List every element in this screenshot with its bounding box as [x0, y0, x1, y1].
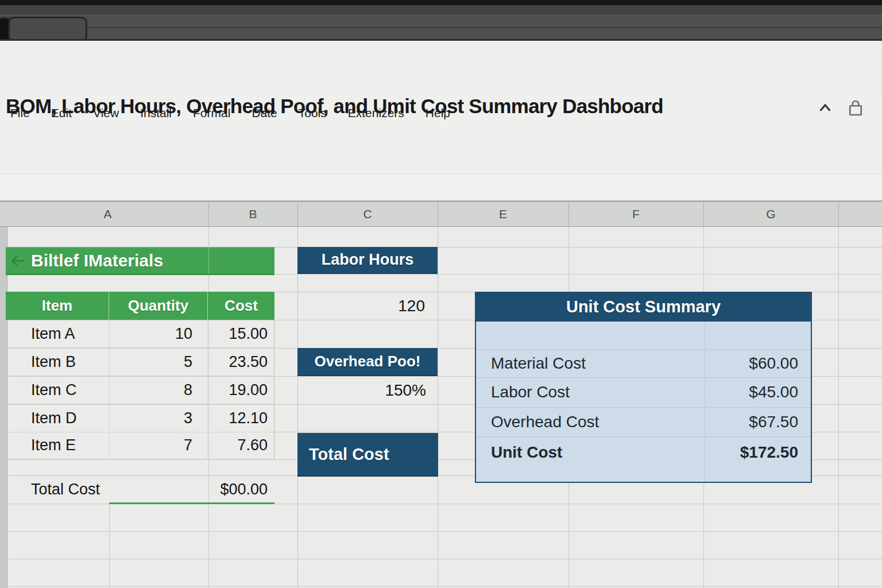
column-header-partial[interactable] — [838, 202, 882, 226]
bom-total-value: $00.00 — [208, 481, 274, 498]
gridline — [7, 586, 882, 587]
bom-title-bar[interactable]: Biltlef IMaterials — [6, 247, 274, 275]
arrow-left-icon — [8, 253, 28, 269]
menu-help[interactable]: Help — [425, 106, 450, 120]
summary-row-unit-cost[interactable]: Unit Cost$172.50 — [475, 436, 812, 468]
table-row[interactable]: Item D312.10 — [6, 404, 274, 432]
gridline — [7, 531, 882, 532]
overhead-pool-value[interactable]: 150% — [297, 376, 426, 404]
menu-file[interactable]: File — [10, 106, 30, 120]
menu-install[interactable]: Install — [140, 106, 172, 120]
summary-row-material[interactable]: Material Cost$60.00 — [475, 349, 812, 377]
gridline — [838, 226, 839, 588]
labor-hours-header[interactable]: Labor Hours — [297, 247, 438, 274]
menu-date[interactable]: Date — [252, 106, 277, 120]
column-header-row: A B C E F G — [0, 202, 882, 227]
menu-edit[interactable]: Edit — [51, 106, 72, 120]
chrome-band2 — [0, 27, 882, 28]
table-row[interactable]: Item E77.60 — [6, 432, 274, 459]
overhead-pool-header[interactable]: Overhead Poo! — [297, 348, 438, 376]
column-header-b[interactable]: B — [208, 202, 298, 226]
menu-bar: File Edit View Install Formal Date Tools… — [0, 101, 882, 125]
column-header-g[interactable]: G — [703, 202, 839, 226]
unit-cost-summary: Unit Cost Summary Material Cost$60.00 La… — [475, 292, 812, 483]
table-row[interactable]: Item C819.00 — [6, 376, 274, 404]
window-chrome — [0, 0, 882, 41]
total-cost-banner[interactable]: Total Cost — [297, 433, 438, 477]
menu-view[interactable]: View — [93, 106, 119, 120]
chrome-top-strip — [0, 0, 882, 5]
labor-hours-value[interactable]: 120 — [297, 292, 425, 320]
gridline — [109, 504, 110, 588]
browser-tab[interactable] — [8, 17, 87, 42]
menu-formal[interactable]: Formal — [193, 106, 230, 120]
bom-table-body: Item A1015.00 Item B523.50 Item C819.00 … — [6, 320, 274, 459]
bom-header-cost[interactable]: Cost — [208, 292, 274, 320]
bom-total-row[interactable]: Total Cost $00.00 — [6, 475, 274, 504]
unit-cost-summary-title[interactable]: Unit Cost Summary — [475, 292, 812, 322]
bom-total-label: Total Cost — [6, 481, 109, 498]
toolbar: US% g % 72 F3 Ex B I $ A — [0, 129, 882, 174]
summary-row-overhead[interactable]: Overhead Cost$67.50 — [475, 407, 812, 436]
formula-bar: > — [0, 174, 882, 202]
column-header-c[interactable]: C — [297, 202, 438, 226]
gridline — [7, 559, 882, 559]
gridline — [297, 226, 298, 588]
gridline — [438, 226, 438, 588]
bom-total-underline — [109, 502, 274, 504]
summary-row-labor[interactable]: Labor Cost$45.00 — [475, 377, 812, 407]
chrome-band — [0, 5, 882, 16]
bom-header-row: Item Quantity Cost — [6, 292, 274, 320]
table-row[interactable]: Item B523.50 — [6, 348, 274, 376]
bom-header-quantity[interactable]: Quantity — [109, 292, 208, 320]
column-header-f[interactable]: F — [568, 202, 704, 226]
bom-header-item[interactable]: Item — [6, 292, 109, 320]
spreadsheet-app: BOM, Labor Hours, Overhead Poof, and Umi… — [0, 0, 882, 588]
column-header-e[interactable]: E — [438, 202, 569, 226]
bom-title-divider — [208, 247, 209, 274]
title-bar: BOM, Labor Hours, Overhead Poof, and Umi… — [0, 41, 882, 94]
table-row[interactable]: Item A1015.00 — [6, 320, 274, 348]
menu-extenizers[interactable]: Extenizers — [348, 106, 404, 120]
column-header-a[interactable]: A — [7, 202, 209, 226]
menu-tools[interactable]: Tools — [299, 106, 327, 120]
bom-title-text: Biltlef IMaterials — [6, 251, 163, 270]
